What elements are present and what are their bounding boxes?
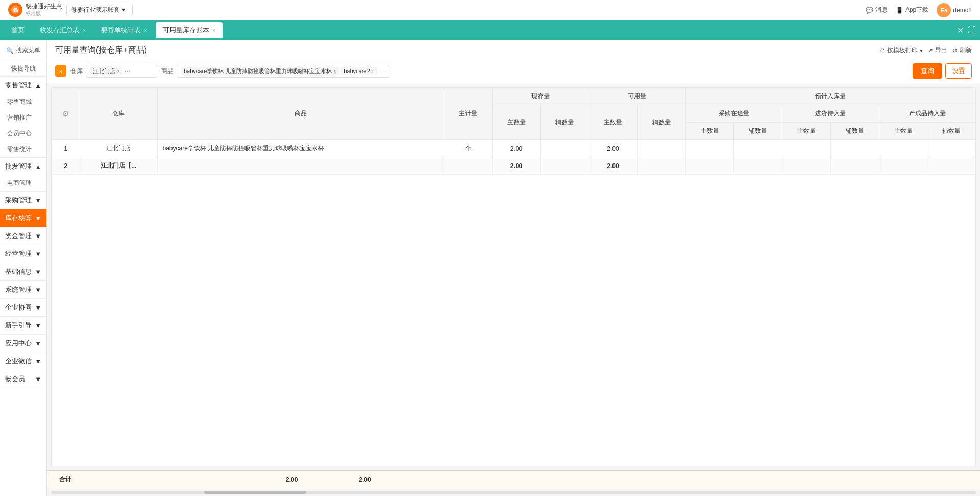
filter-expand-btn[interactable]: »: [55, 65, 66, 77]
sidebar-group-wechat: 企业微信 ▼: [0, 352, 46, 370]
settings-btn[interactable]: 设置: [945, 63, 972, 79]
cell-produced-main: [879, 140, 927, 157]
goods-more-icon[interactable]: ···: [379, 67, 385, 75]
sidebar-group-ops-header[interactable]: 经营管理 ▼: [0, 245, 46, 263]
message-btn[interactable]: 💬 消息: [866, 6, 888, 14]
app-download-btn[interactable]: 📱 App下载: [896, 6, 928, 14]
logo: 畅 畅捷通好生意 标准版: [8, 3, 62, 17]
cell-produced-sub-2: [927, 157, 975, 175]
cell-stock-sub-2: [541, 157, 589, 175]
tab-order-stat-close[interactable]: ×: [144, 27, 147, 33]
th-goods: 商品: [157, 88, 444, 140]
tab-avail-stock-close[interactable]: ×: [212, 27, 215, 33]
cell-avail-sub-2: [637, 157, 685, 175]
tab-order-stat[interactable]: 要货单统计表 ×: [94, 22, 154, 38]
tab-avail-stock[interactable]: 可用量库存账本 ×: [156, 22, 223, 38]
export-label: 导出: [935, 46, 947, 55]
th-avail-main: 主数量: [589, 105, 638, 140]
user-label: demo2: [953, 7, 972, 14]
export-btn[interactable]: ↗ 导出: [928, 46, 947, 55]
filter-warehouse-input[interactable]: 江北门店 × ···: [86, 65, 157, 78]
table-settings-icon[interactable]: ⚙: [62, 109, 69, 118]
sidebar-search-btn[interactable]: 🔍 搜索菜单: [4, 44, 42, 57]
sidebar-item-mall[interactable]: 零售商城: [0, 94, 46, 110]
cell-purchase-main-2: [685, 157, 734, 175]
goods-tag1: babycare学饮杯 儿童防摔防撞吸管杯重力球吸嘴杯宝宝水杯 ×: [181, 67, 339, 76]
sidebar-quick-nav[interactable]: 快捷导航: [0, 61, 46, 77]
cell-purchase-main: [685, 140, 734, 157]
sidebar-group-guide-header[interactable]: 新手引导 ▼: [0, 317, 46, 334]
industry-selector[interactable]: 母婴行业演示账套 ▾: [66, 4, 133, 16]
cell-purchase-sub: [734, 140, 782, 157]
goods-tag1-close[interactable]: ×: [333, 68, 336, 74]
sidebar-group-basic-label: 基础信息: [5, 267, 32, 276]
warehouse-more-icon[interactable]: ···: [125, 67, 131, 75]
sidebar-item-member[interactable]: 会员中心: [0, 126, 46, 141]
expand-icon: »: [59, 67, 63, 75]
warehouse-tag-close[interactable]: ×: [117, 68, 120, 74]
logo-texts: 畅捷通好生意 标准版: [26, 3, 62, 17]
logo-icon: 畅: [8, 3, 22, 17]
th-produced-main: 主数量: [879, 123, 927, 140]
sidebar-group-collab: 企业协同 ▼: [0, 299, 46, 317]
sidebar-group-finance-header[interactable]: 资金管理 ▼: [0, 227, 46, 245]
sidebar-search-area: 🔍 搜索菜单: [0, 40, 46, 61]
filter-actions: 查询 设置: [913, 63, 972, 79]
table-footer: 合计 2.00 2.00: [47, 470, 980, 488]
page-actions: 🖨 按模板打印 ▾ ↗ 导出 ↺ 刷新: [879, 46, 972, 55]
th-incoming-sub: 辅数量: [830, 123, 879, 140]
sidebar-item-marketing[interactable]: 营销推广: [0, 110, 46, 126]
print-btn[interactable]: 🖨 按模板打印 ▾: [879, 46, 923, 55]
sidebar-group-ops-label: 经营管理: [5, 249, 32, 258]
sidebar-group-retail-header[interactable]: 零售管理 ▲: [0, 77, 46, 94]
tab-recv-send-close[interactable]: ×: [83, 27, 86, 33]
footer-stock-main: 2.00: [286, 476, 298, 483]
scroll-thumb[interactable]: [204, 491, 306, 494]
refresh-label: 刷新: [960, 46, 972, 55]
horizontal-scrollbar[interactable]: [47, 488, 980, 496]
content-area: 可用量查询(按仓库+商品) 🖨 按模板打印 ▾ ↗ 导出 ↺ 刷新: [47, 40, 980, 496]
th-incoming-main: 主数量: [782, 123, 831, 140]
sidebar-item-retail-stat[interactable]: 零售统计: [0, 141, 46, 157]
cell-goods-2: [157, 157, 444, 175]
th-settings[interactable]: ⚙: [52, 88, 80, 140]
tab-home-label: 首页: [11, 26, 24, 35]
chevron-icon-basic: ▼: [35, 268, 41, 276]
sidebar-group-inventory-header[interactable]: 库存核算 ▼: [0, 209, 46, 227]
fullscreen-icon[interactable]: ⛶: [968, 26, 976, 35]
sidebar-group-vip: 畅会员 ▼: [0, 370, 46, 388]
chevron-icon-appstore: ▼: [35, 340, 41, 347]
chevron-icon-inventory: ▼: [35, 215, 41, 222]
filter-goods-input[interactable]: babycare学饮杯 儿童防摔防撞吸管杯重力球吸嘴杯宝宝水杯 × babyca…: [177, 65, 389, 78]
tab-recv-send-label: 收发存汇总表: [40, 26, 80, 35]
cell-unit-2: [444, 157, 492, 175]
goods-tag2: babycare?...: [341, 67, 377, 75]
sidebar-group-retail: 零售管理 ▲ 零售商城 营销推广 会员中心 零售统计: [0, 77, 46, 158]
sidebar-group-vip-header[interactable]: 畅会员 ▼: [0, 370, 46, 388]
quick-nav-label: 快捷导航: [11, 65, 36, 72]
refresh-btn[interactable]: ↺ 刷新: [952, 46, 972, 55]
sidebar-group-basic-header[interactable]: 基础信息 ▼: [0, 263, 46, 280]
cell-index-2: 2: [52, 157, 80, 175]
logo-sub-text: 标准版: [26, 10, 62, 17]
tab-home[interactable]: 首页: [4, 22, 32, 38]
chevron-down-icon: ▾: [122, 6, 125, 13]
sidebar-group-collab-header[interactable]: 企业协同 ▼: [0, 299, 46, 316]
sidebar-group-purchase: 采购管理 ▼: [0, 192, 46, 209]
sidebar-group-wholesale-header[interactable]: 批发管理 ▲: [0, 158, 46, 175]
sidebar-group-sys-header[interactable]: 系统管理 ▼: [0, 281, 46, 298]
cell-stock-sub: [541, 140, 589, 157]
tab-recv-send[interactable]: 收发存汇总表 ×: [33, 22, 93, 38]
phone-icon: 📱: [896, 7, 903, 14]
query-btn[interactable]: 查询: [913, 63, 942, 79]
goods-tag2-text: babycare?...: [344, 68, 375, 74]
sidebar-item-ecommerce[interactable]: 电商管理: [0, 175, 46, 191]
sidebar-group-purchase-header[interactable]: 采购管理 ▼: [0, 192, 46, 209]
sidebar-group-appstore-header[interactable]: 应用中心 ▼: [0, 335, 46, 352]
user-profile[interactable]: Ea demo2: [937, 3, 972, 17]
warehouse-tag-text: 江北门店: [93, 67, 115, 75]
close-all-tabs-icon[interactable]: ✕: [957, 26, 964, 35]
sidebar-group-wechat-header[interactable]: 企业微信 ▼: [0, 352, 46, 370]
main-layout: 🔍 搜索菜单 快捷导航 零售管理 ▲ 零售商城 营销推广 会员中心 零售统计 批…: [0, 40, 980, 496]
sidebar-group-appstore: 应用中心 ▼: [0, 335, 46, 352]
